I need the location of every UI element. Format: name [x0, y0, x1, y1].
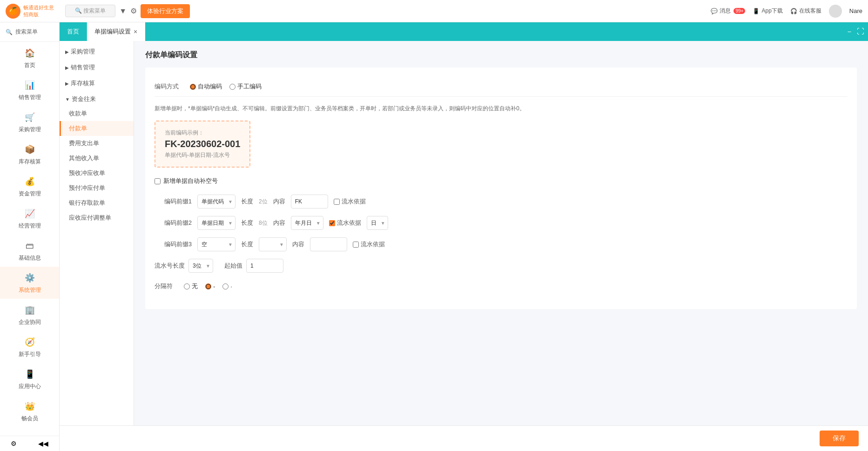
sub-group-inventory-header[interactable]: ▶ 库存核算: [60, 76, 134, 90]
trial-button[interactable]: 体验行业方案: [141, 4, 190, 18]
search-menu-button[interactable]: 🔍 搜索菜单: [65, 5, 115, 17]
sidebar-item-guide[interactable]: 🧭 新手引导: [0, 331, 59, 363]
sidebar-item-system[interactable]: ⚙️ 系统管理: [0, 267, 59, 299]
header-right: 💬 消息 99+ 📱 App下载 🎧 在线客服 Nare: [711, 5, 862, 18]
sidebar-item-purchase[interactable]: 🛒 采购管理: [0, 106, 59, 138]
avatar[interactable]: [829, 5, 842, 18]
sep-dash-radio[interactable]: -: [205, 283, 215, 290]
length3-select[interactable]: 2位 4位 6位 8位: [259, 237, 287, 251]
sub-group-capital-header[interactable]: ▼ 资金往来: [60, 92, 134, 106]
home-icon: 🏠: [23, 47, 36, 60]
sep-none-radio[interactable]: 无: [184, 282, 198, 290]
sub-item-receipt[interactable]: 收款单: [60, 106, 134, 121]
header-dropdown-button[interactable]: ▼: [119, 7, 127, 15]
content-area: ▶ 采购管理 ▶ 销售管理 ▶ 库存核算: [60, 41, 868, 425]
stream1-checkbox[interactable]: [334, 199, 340, 205]
auto-fill-label[interactable]: 新增单据自动补空号: [163, 177, 218, 185]
sub-group-inventory: ▶ 库存核算: [60, 76, 134, 90]
sidebar: 🔍 搜索菜单 🏠 首页 📊 销售管理 🛒 采购管理 📦 库存核算 💰 资金管理 …: [0, 22, 60, 451]
save-button[interactable]: 保存: [820, 431, 859, 446]
prefix3-select-wrapper: 空 单据代码 单据日期 部门 业务员 ▼: [197, 237, 236, 251]
content-wrapper: 首页 单据编码设置 × － ⛶ ▶ 采购管理: [60, 22, 868, 451]
tab-maximize-button[interactable]: ⛶: [857, 27, 864, 36]
serial-length-select[interactable]: 3位 4位 5位 6位: [188, 259, 213, 273]
content1-input[interactable]: [291, 195, 328, 209]
length3-select-wrapper: 2位 4位 6位 8位 ▼: [259, 237, 287, 251]
search-menu-sidebar-button[interactable]: 🔍 搜索菜单: [4, 26, 55, 38]
encoding-label: 编码方式: [155, 82, 179, 91]
content3-input[interactable]: [310, 237, 347, 251]
sidebar-item-sales[interactable]: 📊 销售管理: [0, 74, 59, 106]
basics-icon: 🗃: [23, 239, 36, 252]
user-name: Nare: [849, 7, 862, 14]
stream2-checkbox[interactable]: [329, 220, 335, 226]
sidebar-item-enterprise[interactable]: 🏢 企业协同: [0, 299, 59, 331]
code-preview-desc: 单据代码-单据日期-流水号: [165, 151, 240, 159]
chevron-down-icon: ▼: [65, 97, 70, 102]
header-settings-button[interactable]: ⚙: [130, 7, 137, 15]
sub-item-payment[interactable]: 付款单: [60, 121, 134, 136]
sidebar-item-vip[interactable]: 👑 畅会员: [0, 395, 59, 427]
sub-group-sales-header[interactable]: ▶ 销售管理: [60, 61, 134, 74]
sidebar-item-finance[interactable]: 💰 资金管理: [0, 170, 59, 202]
sub-group-sales: ▶ 销售管理: [60, 61, 134, 74]
auto-fill-checkbox-row: 新增单据自动补空号: [155, 177, 848, 185]
radio-manual-encode[interactable]: 手工编码: [229, 82, 262, 91]
purchase-icon: 🛒: [23, 111, 36, 124]
stream3-check: 流水依据: [353, 240, 385, 249]
service-icon: 🎧: [790, 8, 797, 14]
prefix2-select[interactable]: 单据日期 单据代码 空 部门 业务员: [197, 216, 236, 230]
chevron-right-icon3: ▶: [65, 81, 69, 86]
sidebar-item-apps[interactable]: 📱 应用中心: [0, 363, 59, 395]
prefix1-select[interactable]: 单据代码 单据日期 空 部门 业务员: [197, 195, 236, 209]
message-button[interactable]: 💬 消息 99+: [711, 7, 745, 15]
tab-home[interactable]: 首页: [60, 22, 87, 41]
search-icon: 🔍: [6, 29, 13, 35]
app-download-button[interactable]: 📱 App下载: [753, 7, 782, 15]
main-content: 付款单编码设置 编码方式 自动编码 手工编码: [134, 41, 868, 425]
content2-select[interactable]: 年月日 年月 年 月日: [291, 216, 323, 230]
sidebar-item-home[interactable]: 🏠 首页: [0, 42, 59, 74]
prefix3-select[interactable]: 空 单据代码 单据日期 部门 业务员: [197, 237, 236, 251]
stream1-check: 流水依据: [334, 197, 366, 206]
sub-item-ar-ap-adjust[interactable]: 应收应付调整单: [60, 210, 134, 225]
stream2-option-wrapper: 日 月 年 ▼: [367, 216, 388, 230]
apps-icon: 📱: [23, 368, 36, 381]
settings-card: 编码方式 自动编码 手工编码: [145, 67, 857, 309]
sidebar-item-basics[interactable]: 🗃 基础信息: [0, 235, 59, 267]
tab-minimize-button[interactable]: －: [846, 27, 853, 37]
sub-sidebar: ▶ 采购管理 ▶ 销售管理 ▶ 库存核算: [60, 41, 134, 425]
stream3-checkbox[interactable]: [353, 242, 359, 248]
start-value-field: 起始值: [224, 259, 283, 273]
auto-fill-checkbox[interactable]: [155, 178, 161, 184]
sub-item-advance-receipt[interactable]: 预收冲应收单: [60, 166, 134, 181]
sep-dot-radio[interactable]: ·: [222, 283, 232, 290]
sidebar-search-area: 🔍 搜索菜单: [0, 22, 59, 42]
collapse-sidebar-button[interactable]: ◀◀: [38, 440, 48, 447]
sub-item-advance-payment[interactable]: 预付冲应付单: [60, 181, 134, 195]
main-layout: 🔍 搜索菜单 🏠 首页 📊 销售管理 🛒 采购管理 📦 库存核算 💰 资金管理 …: [0, 22, 868, 451]
sidebar-item-operations[interactable]: 📈 经营管理: [0, 202, 59, 235]
radio-auto-encode[interactable]: 自动编码: [190, 82, 222, 91]
sub-item-expense[interactable]: 费用支出单: [60, 136, 134, 151]
logo-icon: 🍊: [6, 4, 20, 19]
length2-value: 8位: [259, 219, 268, 227]
settings-bottom-button[interactable]: ⚙: [11, 440, 17, 447]
prefix2-select-wrapper: 单据日期 单据代码 空 部门 业务员 ▼: [197, 216, 236, 230]
online-service-button[interactable]: 🎧 在线客服: [790, 7, 821, 15]
sub-item-bank-deposit[interactable]: 银行存取款单: [60, 195, 134, 210]
content3-label: 内容: [292, 240, 304, 249]
inventory-icon: 📦: [23, 143, 36, 156]
sub-item-other-income[interactable]: 其他收入单: [60, 151, 134, 166]
tab-close-icon[interactable]: ×: [134, 28, 137, 35]
app-download-icon: 📱: [753, 8, 760, 14]
sub-group-purchase-header[interactable]: ▶ 采购管理: [60, 45, 134, 59]
code-preview-value: FK-20230602-001: [165, 139, 240, 149]
tab-encoding[interactable]: 单据编码设置 ×: [87, 22, 145, 41]
sales-icon: 📊: [23, 79, 36, 92]
start-value-input[interactable]: [246, 259, 283, 273]
stream2-option-select[interactable]: 日 月 年: [367, 216, 388, 230]
prefix1-select-wrapper: 单据代码 单据日期 空 部门 业务员 ▼: [197, 195, 236, 209]
vip-icon: 👑: [23, 400, 36, 413]
sidebar-item-inventory[interactable]: 📦 库存核算: [0, 138, 59, 170]
